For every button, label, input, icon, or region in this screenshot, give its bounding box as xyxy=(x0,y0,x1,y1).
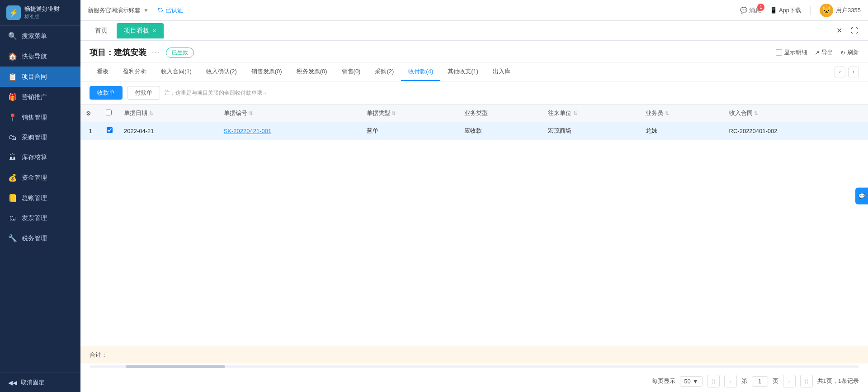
subtab-payment[interactable]: 收付款(4) xyxy=(401,63,440,81)
sidebar-item-search[interactable]: 🔍 搜索菜单 xyxy=(0,26,80,46)
sort-number-icon[interactable]: ⇅ xyxy=(249,110,253,116)
ledger-icon: 📒 xyxy=(8,194,17,202)
sidebar-item-label: 销售管理 xyxy=(22,114,47,122)
tab-project-board[interactable]: 项目看板 ✕ xyxy=(117,23,164,38)
col-settings[interactable]: ⚙ xyxy=(80,105,100,122)
export-icon: ↗ xyxy=(815,49,820,56)
feedback-tab[interactable]: 💬 xyxy=(855,188,868,205)
sidebar-item-marketing[interactable]: 🎁 营销推广 xyxy=(0,87,80,107)
project-selector-name: 新服务官网演示账套 xyxy=(88,6,141,14)
subtab-other[interactable]: 其他收支(1) xyxy=(440,63,486,81)
app-download-button[interactable]: 📱 App下载 xyxy=(770,6,801,14)
page-label: 第 xyxy=(741,377,747,385)
select-all-checkbox[interactable] xyxy=(106,110,112,115)
tab-close-icon[interactable]: ✕ xyxy=(152,28,156,33)
sort-salesperson-icon[interactable]: ⇅ xyxy=(665,110,669,116)
sidebar-unpin-button[interactable]: ◀◀ 取消固定 xyxy=(0,373,80,392)
tab-home[interactable]: 首页 xyxy=(88,23,115,38)
row-number: SK-20220421-001 xyxy=(218,122,361,140)
refresh-button[interactable]: ↻ 刷新 xyxy=(840,48,859,57)
sidebar-item-invoice[interactable]: 🗂 发票管理 xyxy=(0,208,80,228)
subtab-sales-invoice[interactable]: 销售发票(0) xyxy=(244,63,289,81)
sidebar-item-label: 采购管理 xyxy=(22,134,47,142)
page-next-button[interactable]: › xyxy=(783,375,796,387)
table-scroll-container: ⚙ 单据日期 ⇅ 单据编号 ⇅ xyxy=(80,104,868,346)
row-contract: RC-20220401-002 xyxy=(724,122,868,140)
subtab-prev-button[interactable]: ‹ xyxy=(835,67,845,77)
table-row[interactable]: 1 2022-04-21 SK-20220421-001 蓝单 应收款 宏茂商场 xyxy=(80,122,868,140)
tab-home-label: 首页 xyxy=(95,27,108,35)
subtab-inout[interactable]: 出入库 xyxy=(486,63,518,81)
sort-partner-icon[interactable]: ⇅ xyxy=(573,110,577,116)
sidebar-item-sales[interactable]: 📍 销售管理 xyxy=(0,107,80,128)
more-button[interactable]: ··· xyxy=(152,48,160,57)
toggle-row: 收款单 付款单 注：这里是与项目关联的全部收付款单哦～ xyxy=(80,81,868,104)
scrollbar-track xyxy=(90,365,859,368)
col-number: 单据编号 ⇅ xyxy=(218,105,361,122)
show-detail-toggle[interactable]: 显示明细 xyxy=(776,48,807,57)
mobile-icon: 📱 xyxy=(770,7,777,14)
sidebar-item-quick-nav[interactable]: 🏠 快捷导航 xyxy=(0,46,80,67)
horizontal-scrollbar[interactable] xyxy=(80,363,868,370)
payment-toggle-button[interactable]: 付款单 xyxy=(127,86,160,100)
page-last-button[interactable]: ⟩⟩ xyxy=(800,375,813,387)
home-icon: 🏠 xyxy=(8,52,17,61)
sidebar-item-purchase[interactable]: 🛍 采购管理 xyxy=(0,128,80,148)
subtab-kanban[interactable]: 看板 xyxy=(90,63,116,81)
sidebar-item-inventory[interactable]: 🏛 库存核算 xyxy=(0,148,80,167)
row-checkbox[interactable] xyxy=(107,127,113,133)
subtab-income-contract[interactable]: 收入合同(1) xyxy=(154,63,199,81)
sidebar-item-project[interactable]: 📋 项目合同 xyxy=(0,67,80,87)
subtab-income-confirm[interactable]: 收入确认(2) xyxy=(199,63,244,81)
message-badge: 1 xyxy=(757,4,764,11)
topbar-right: 💬 消息 1 📱 App下载 🐱 用户3355 xyxy=(740,4,861,17)
sidebar-item-label: 库存核算 xyxy=(22,153,47,162)
user-menu[interactable]: 🐱 用户3355 xyxy=(820,4,861,17)
subtab-sales[interactable]: 销售(0) xyxy=(335,63,368,81)
topbar: 新服务官网演示账套 ▼ 🛡 已认证 💬 消息 1 📱 App下载 🐱 用户335… xyxy=(80,0,868,21)
sort-date-icon[interactable]: ⇅ xyxy=(149,110,153,116)
project-selector[interactable]: 新服务官网演示账套 ▼ xyxy=(88,6,149,14)
page-number-input[interactable] xyxy=(752,376,768,387)
sort-type-icon[interactable]: ⇅ xyxy=(392,110,396,116)
page-size-value: 50 xyxy=(684,378,690,385)
page-size-label: 每页显示 xyxy=(652,377,675,385)
content-area: 项目：建筑安装 ··· 已生效 显示明细 ↗ 导出 ↻ 刷新 xyxy=(80,41,868,392)
certified-badge: 🛡 已认证 xyxy=(158,6,183,14)
page-size-select[interactable]: 50 ▼ xyxy=(680,376,702,387)
sidebar-item-finance[interactable]: 💰 资金管理 xyxy=(0,167,80,188)
invoice-icon: 🗂 xyxy=(8,214,17,222)
window-close-button[interactable]: ✕ xyxy=(833,24,845,37)
page-first-button[interactable]: ⟨⟨ xyxy=(707,375,720,387)
col-salesperson: 业务员 ⇅ xyxy=(640,105,723,122)
table-area: 收款单 付款单 注：这里是与项目关联的全部收付款单哦～ ⚙ 单据日期 xyxy=(80,81,868,392)
page-suffix: 页 xyxy=(773,377,778,385)
export-button[interactable]: ↗ 导出 xyxy=(815,48,833,57)
feedback-icon: 💬 xyxy=(859,192,865,200)
sidebar-item-ledger[interactable]: 📒 总账管理 xyxy=(0,188,80,208)
row-number-link[interactable]: SK-20220421-001 xyxy=(224,128,272,134)
window-maximize-button[interactable]: ⛶ xyxy=(848,24,861,37)
subtab-purchase[interactable]: 采购(2) xyxy=(368,63,401,81)
subtab-next-button[interactable]: › xyxy=(848,67,859,77)
main-area: 新服务官网演示账套 ▼ 🛡 已认证 💬 消息 1 📱 App下载 🐱 用户335… xyxy=(80,0,868,392)
chevron-down-icon: ▼ xyxy=(693,378,698,385)
message-icon: 💬 xyxy=(740,7,747,14)
pagination: 每页显示 50 ▼ ⟨⟨ ‹ 第 页 › ⟩⟩ 共1页，1条记录 xyxy=(80,370,868,392)
subtab-tax-invoice[interactable]: 税务发票(0) xyxy=(289,63,335,81)
sidebar-item-tax[interactable]: 🔧 税务管理 xyxy=(0,228,80,249)
project-header-actions: 显示明细 ↗ 导出 ↻ 刷新 xyxy=(776,48,859,57)
page-prev-button[interactable]: ‹ xyxy=(724,375,737,387)
sort-contract-icon[interactable]: ⇅ xyxy=(754,110,758,116)
message-button[interactable]: 💬 消息 1 xyxy=(740,6,761,14)
chevron-down-icon: ▼ xyxy=(143,7,149,14)
purchase-icon: 🛍 xyxy=(8,134,17,142)
subtabs: 看板 盈利分析 收入合同(1) 收入确认(2) 销售发票(0) 税务发票(0) … xyxy=(80,63,868,81)
scrollbar-thumb[interactable] xyxy=(126,365,225,368)
project-icon: 📋 xyxy=(8,72,17,81)
sidebar-item-label: 发票管理 xyxy=(22,214,47,222)
sidebar-item-label: 搜索菜单 xyxy=(22,32,47,40)
subtab-profit[interactable]: 盈利分析 xyxy=(116,63,154,81)
receipt-table: ⚙ 单据日期 ⇅ 单据编号 ⇅ xyxy=(80,104,868,140)
receipt-toggle-button[interactable]: 收款单 xyxy=(90,86,123,100)
